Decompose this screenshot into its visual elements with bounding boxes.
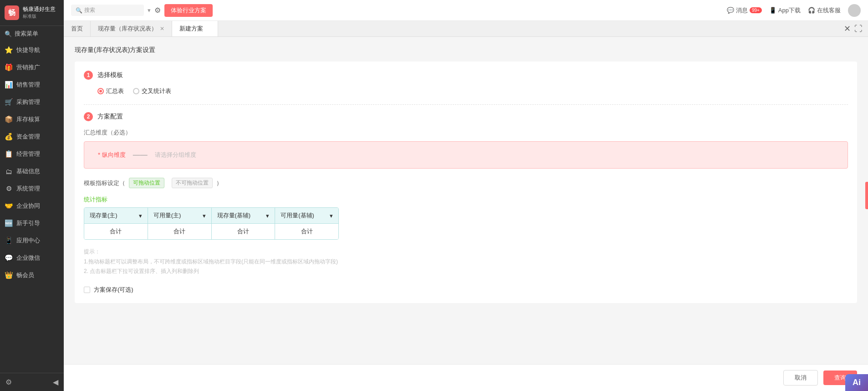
sidebar-search[interactable]: 🔍 搜索菜单 [0,26,64,41]
stats-col-2[interactable]: 可用量(主) ▾ [148,208,212,223]
app-center-icon: 📱 [5,237,13,245]
message-badge: 99+ [750,7,762,13]
indicator-settings-text: 模板指标设定（ [84,179,125,187]
stats-col-4[interactable]: 可用量(基辅) ▾ [275,208,338,223]
step1-label: 选择模板 [97,71,123,79]
tab-inventory-close[interactable]: ✕ [160,26,164,32]
sidebar-search-label: 搜索菜单 [15,30,38,38]
tab-expand[interactable]: ✕ ⛶ [838,24,868,34]
close-window-icon[interactable]: ✕ [844,24,851,34]
scroll-indicator [865,182,868,209]
divider1 [84,104,848,105]
sidebar-item-label: 资金管理 [16,133,40,141]
guide-icon: 🆕 [5,219,13,227]
tab-inventory[interactable]: 现存量（库存状况表） ✕ [91,21,172,36]
app-download-btn[interactable]: 📱 App下载 [769,6,801,15]
message-icon: 💬 [727,7,734,14]
topbar-search-box[interactable]: 🔍 搜索 [71,5,144,16]
stats-col-4-dropdown[interactable]: ▾ [330,212,333,219]
message-btn[interactable]: 💬 消息 99+ [727,6,762,15]
stats-col-2-label: 可用量(主) [153,211,181,220]
sidebar-item-label: 企业微信 [16,254,40,262]
radio-summary[interactable]: 汇总表 [97,87,124,95]
step2-label: 方案配置 [97,113,123,121]
radio-cross[interactable]: 交叉统计表 [133,87,171,95]
summary-dim-label: 汇总维度（必选） [84,129,131,136]
main-area: 🔍 搜索 ▾ ⚙ 体验行业方案 💬 消息 99+ 📱 App下载 🎧 在线客服 [64,0,868,391]
sidebar-item-label: 营销推广 [16,63,40,72]
dimension-placeholder[interactable]: 请选择分组维度 [155,151,196,159]
sidebar-nav: ⭐ 快捷导航 🎁 营销推广 📊 销售管理 🛒 采购管理 📦 库存核算 💰 资金管… [0,41,64,373]
user-avatar[interactable] [848,4,861,17]
sidebar-item-inventory[interactable]: 📦 库存核算 [0,111,64,128]
service-btn[interactable]: 🎧 在线客服 [808,6,841,15]
sidebar-item-label: 销售管理 [16,81,40,89]
template-radio-group: 汇总表 交叉统计表 [97,87,848,95]
tab-home[interactable]: 首页 [64,21,91,36]
stats-cell-2: 合计 [148,224,212,239]
stats-col-1-dropdown[interactable]: ▾ [139,212,142,219]
sidebar-item-member[interactable]: 👑 畅会员 [0,267,64,284]
stats-col-1[interactable]: 现存量(主) ▾ [84,208,148,223]
sidebar-item-quick-nav[interactable]: ⭐ 快捷导航 [0,41,64,59]
basic-info-icon: 🗂 [5,167,13,175]
service-label: 在线客服 [817,6,841,15]
sidebar-item-app-center[interactable]: 📱 应用中心 [0,232,64,249]
radio-cross-circle [133,88,139,94]
purchase-icon: 🛒 [5,98,13,106]
sidebar-item-system[interactable]: ⚙ 系统管理 [0,180,64,197]
plan-settings-section: 1 选择模板 汇总表 交叉统计表 2 方案配置 [75,62,857,303]
settings-icon[interactable]: ⚙ [5,378,12,386]
dimension-section: 汇总维度（必选） * 纵向维度 —— 请选择分组维度 [84,129,848,169]
trial-btn[interactable]: 体验行业方案 [164,4,213,17]
radio-cross-label: 交叉统计表 [142,87,171,95]
cancel-button[interactable]: 取消 [783,370,818,386]
sidebar-item-wechat[interactable]: 💬 企业微信 [0,249,64,267]
dimension-required-label: * 纵向维度 [98,151,126,159]
enterprise-icon: 🤝 [5,202,13,210]
tab-new-plan-label: 新建方案 [179,25,203,33]
sidebar-item-sales[interactable]: 📊 销售管理 [0,76,64,93]
non-draggable-tag: 不可拖动位置 [172,178,213,188]
service-icon: 🎧 [808,7,815,14]
app-logo-icon: 畅 [5,5,19,20]
stats-col-4-label: 可用量(基辅) [281,211,314,220]
sidebar-item-finance[interactable]: 💰 资金管理 [0,128,64,145]
sidebar-item-purchase[interactable]: 🛒 采购管理 [0,93,64,111]
expand-icon[interactable]: ⛶ [854,24,863,34]
sidebar-item-marketing[interactable]: 🎁 营销推广 [0,59,64,76]
system-icon: ⚙ [5,185,13,193]
topbar-gear-icon[interactable]: ⚙ [154,6,161,15]
dimension-box: * 纵向维度 —— 请选择分组维度 [84,141,848,169]
radio-summary-label: 汇总表 [106,87,124,95]
tab-inventory-label: 现存量（库存状况表） [98,25,157,33]
stats-cell-4: 合计 [275,224,338,239]
stats-table-header: 现存量(主) ▾ 可用量(主) ▾ 现存量(基辅) ▾ 可用量(基辅) ▾ [84,208,338,223]
sidebar-item-enterprise[interactable]: 🤝 企业协同 [0,197,64,215]
stats-col-3-label: 现存量(基辅) [217,211,251,220]
tab-new-plan[interactable]: 新建方案 ✕ [172,21,218,36]
stats-cell-3: 合计 [212,224,276,239]
collapse-icon[interactable]: ◀ [53,378,58,386]
stats-col-3[interactable]: 现存量(基辅) ▾ [212,208,276,223]
wechat-icon: 💬 [5,254,13,262]
sidebar-item-label: 库存核算 [16,115,40,123]
logo-char: 畅 [8,8,15,18]
save-checkbox[interactable] [84,287,90,293]
save-label: 方案保存(可选) [94,286,133,294]
sidebar-item-guide[interactable]: 🆕 新手引导 [0,215,64,232]
sidebar-item-label: 经营管理 [16,150,40,158]
app-edition: 标准版 [23,13,56,20]
stats-col-3-dropdown[interactable]: ▾ [266,212,269,219]
message-label: 消息 [736,6,748,15]
dimension-section-label: 汇总维度（必选） [84,129,848,137]
inventory-icon: 📦 [5,115,13,123]
topbar-dropdown-icon[interactable]: ▾ [148,7,151,14]
sidebar-item-operations[interactable]: 📋 经营管理 [0,145,64,163]
stats-col-2-dropdown[interactable]: ▾ [203,212,206,219]
tab-new-plan-close[interactable]: ✕ [206,26,210,32]
stats-table: 现存量(主) ▾ 可用量(主) ▾ 现存量(基辅) ▾ 可用量(基辅) ▾ [84,207,339,240]
ai-badge[interactable]: Ai [845,374,868,391]
sidebar-logo: 畅 畅康通好生意 标准版 [0,0,64,26]
sidebar-item-basic-info[interactable]: 🗂 基础信息 [0,163,64,180]
